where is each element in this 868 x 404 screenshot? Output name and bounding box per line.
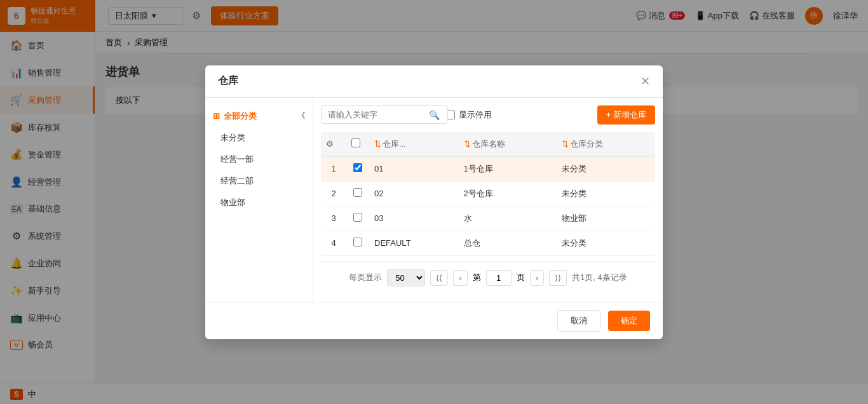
row-num-cell: 4 <box>321 231 346 255</box>
row-code-cell: 03 <box>369 206 459 231</box>
row-code-cell: DEFAULT <box>369 231 459 255</box>
row-category-cell: 未分类 <box>557 156 655 181</box>
category-sidebar: ⊞ 全部分类 《 未分类 经营一部 经营二部 物业部 <box>205 98 313 302</box>
category-item-property[interactable]: 物业部 <box>205 192 313 213</box>
th-category: ⇅仓库分类 <box>557 132 655 157</box>
row-category-cell: 物业部 <box>557 206 655 231</box>
next-page-button[interactable]: › <box>530 270 544 286</box>
row-checkbox-cell[interactable] <box>346 156 369 181</box>
table-row[interactable]: 3 03 水 物业部 <box>321 206 655 231</box>
row-code-cell: 01 <box>369 156 459 181</box>
warehouse-modal: 仓库 ✕ ⊞ 全部分类 《 未分类 经营一部 经营二部 <box>205 65 663 339</box>
page-size-select[interactable]: 50 10 20 100 <box>387 269 425 286</box>
modal-title: 仓库 <box>218 74 238 88</box>
page-label-prefix: 第 <box>473 272 481 283</box>
row-checkbox-cell[interactable] <box>346 181 369 206</box>
page-label: 页 <box>517 272 525 283</box>
row-num-cell: 3 <box>321 206 346 231</box>
row-num-cell: 1 <box>321 156 346 181</box>
row-name-cell: 水 <box>459 206 557 231</box>
th-code: ⇅仓库... <box>369 132 459 157</box>
table-row[interactable]: 1 01 1号仓库 未分类 <box>321 156 655 181</box>
row-name-cell: 1号仓库 <box>459 156 557 181</box>
table-header-row: ⚙ ⇅仓库... ⇅仓库名称 ⇅仓库分类 <box>321 132 655 157</box>
category-item-unclassified[interactable]: 未分类 <box>205 127 313 149</box>
page-number-input[interactable] <box>486 270 512 286</box>
add-warehouse-button[interactable]: + 新增仓库 <box>597 105 655 125</box>
table-row[interactable]: 4 DEFAULT 总仓 未分类 <box>321 231 655 255</box>
th-settings[interactable]: ⚙ <box>321 132 346 157</box>
pagination-bar: 每页显示 50 10 20 100 ⟨⟨ ‹ 第 页 › ⟩⟩ 共1页, 4条记… <box>321 261 655 294</box>
row-name-cell: 总仓 <box>459 231 557 255</box>
th-name: ⇅仓库名称 <box>459 132 557 157</box>
collapse-button[interactable]: 《 <box>297 111 305 121</box>
row-checkbox-cell[interactable] <box>346 206 369 231</box>
table-row[interactable]: 2 02 2号仓库 未分类 <box>321 181 655 206</box>
select-all-checkbox[interactable] <box>351 138 360 147</box>
category-item-ops2[interactable]: 经营二部 <box>205 170 313 192</box>
row-num-cell: 2 <box>321 181 346 206</box>
warehouse-table: ⚙ ⇅仓库... ⇅仓库名称 ⇅仓库分类 1 01 1号仓库 未分类 2 02 … <box>321 132 655 256</box>
row-category-cell: 未分类 <box>557 181 655 206</box>
confirm-button[interactable]: 确定 <box>608 311 650 331</box>
table-area: 🔍 显示停用 + 新增仓库 ⚙ ⇅仓库... <box>313 98 663 302</box>
search-button[interactable]: 🔍 <box>429 110 440 120</box>
category-item-ops1[interactable]: 经营一部 <box>205 149 313 170</box>
row-category-cell: 未分类 <box>557 231 655 255</box>
row-code-cell: 02 <box>369 181 459 206</box>
page-size-label: 每页显示 <box>349 272 382 283</box>
modal-overlay: 仓库 ✕ ⊞ 全部分类 《 未分类 经营一部 经营二部 <box>0 0 868 404</box>
modal-header: 仓库 ✕ <box>205 65 663 98</box>
last-page-button[interactable]: ⟩⟩ <box>549 270 567 286</box>
first-page-button[interactable]: ⟨⟨ <box>430 270 448 286</box>
grid-icon: ⊞ <box>213 111 220 121</box>
row-name-cell: 2号仓库 <box>459 181 557 206</box>
modal-footer: 取消 确定 <box>205 302 663 339</box>
table-body: 1 01 1号仓库 未分类 2 02 2号仓库 未分类 3 03 水 物业部 4… <box>321 156 655 255</box>
cancel-button[interactable]: 取消 <box>557 310 600 332</box>
category-all[interactable]: ⊞ 全部分类 《 <box>205 105 313 127</box>
row-checkbox-cell[interactable] <box>346 231 369 255</box>
th-checkbox[interactable] <box>346 132 369 157</box>
modal-close-button[interactable]: ✕ <box>641 74 650 88</box>
show-disabled-checkbox[interactable]: 显示停用 <box>446 109 492 121</box>
page-total: 共1页, 4条记录 <box>572 272 627 283</box>
modal-body: ⊞ 全部分类 《 未分类 经营一部 经营二部 物业部 <box>205 98 663 302</box>
table-toolbar: 🔍 显示停用 + 新增仓库 <box>321 105 655 125</box>
prev-page-button[interactable]: ‹ <box>453 270 467 286</box>
